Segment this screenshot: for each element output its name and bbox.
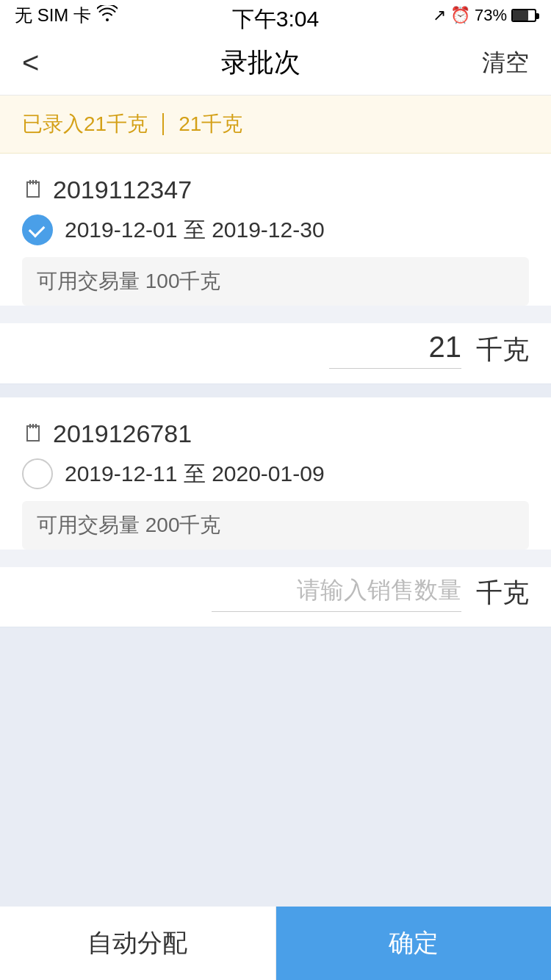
qty-row-2[interactable]: 请输入销售数量 千克: [0, 567, 551, 627]
clear-button[interactable]: 清空: [482, 47, 529, 79]
qty-unit-2: 千克: [476, 575, 529, 611]
alarm-icon: ⏰: [450, 6, 470, 25]
available-qty-2: 可用交易量 200千克: [22, 501, 529, 550]
recorded-label: 已录入21千克: [22, 110, 148, 138]
batch-id-icon-2: 🗒: [22, 420, 46, 447]
available-qty-1: 可用交易量 100千克: [22, 257, 529, 306]
qty-value-1: 21: [429, 331, 462, 364]
qty-row-1[interactable]: 21 千克: [0, 323, 551, 384]
nav-bar: < 录批次 清空: [0, 31, 551, 96]
qty-underline-line-1: [329, 368, 461, 369]
summary-divider: [162, 113, 164, 135]
batch-date-2: 2019-12-11 至 2020-01-09: [65, 459, 325, 489]
qty-underline-1: 21: [270, 331, 461, 369]
location-icon: ↗: [433, 6, 446, 25]
qty-placeholder-underline: [212, 611, 461, 612]
wifi-icon: [97, 5, 118, 26]
batch-date-row-1: 2019-12-01 至 2019-12-30: [22, 215, 529, 245]
batch-id-1: 2019112347: [53, 176, 192, 204]
battery-icon: [511, 9, 536, 22]
batch-header-1: 🗒 2019112347: [22, 176, 529, 204]
qty-unit-1: 千克: [476, 332, 529, 368]
qty-placeholder-container: 请输入销售数量: [212, 574, 461, 612]
batch-date-1: 2019-12-01 至 2019-12-30: [65, 215, 325, 245]
batch-card-2: 🗒 2019126781 2019-12-11 至 2020-01-09 可用交…: [0, 397, 551, 550]
back-button[interactable]: <: [22, 46, 39, 79]
batch-id-2: 2019126781: [53, 419, 192, 448]
status-left: 无 SIM 卡: [15, 4, 118, 27]
status-right: ↗ ⏰ 73%: [433, 6, 536, 25]
empty-area: [0, 627, 551, 951]
batch-date-row-2: 2019-12-11 至 2020-01-09: [22, 458, 529, 489]
radio-btn-1[interactable]: [22, 215, 53, 245]
confirm-button[interactable]: 确定: [276, 907, 552, 980]
batch-id-icon-1: 🗒: [22, 176, 46, 203]
battery-text: 73%: [475, 6, 507, 25]
status-time: 下午3:04: [232, 4, 319, 35]
batch-card-1: 🗒 2019112347 2019-12-01 至 2019-12-30 可用交…: [0, 154, 551, 306]
page-title: 录批次: [221, 45, 300, 81]
status-bar: 无 SIM 卡 下午3:04 ↗ ⏰ 73%: [0, 0, 551, 31]
section-separator: [0, 384, 551, 397]
qty-placeholder-text: 请输入销售数量: [297, 574, 461, 607]
summary-value: 21千克: [179, 110, 242, 138]
auto-distribute-button[interactable]: 自动分配: [0, 907, 276, 980]
bottom-bar: 自动分配 确定: [0, 907, 551, 980]
radio-btn-2[interactable]: [22, 458, 53, 489]
batch-header-2: 🗒 2019126781: [22, 419, 529, 448]
summary-banner: 已录入21千克 21千克: [0, 96, 551, 154]
no-sim-text: 无 SIM 卡: [15, 4, 91, 27]
